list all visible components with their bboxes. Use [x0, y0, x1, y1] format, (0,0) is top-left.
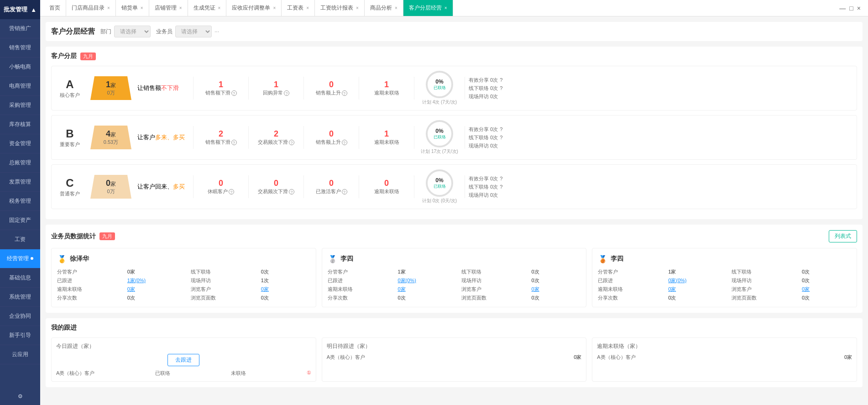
staff-filter: 业务员 请选择 ···: [156, 26, 219, 37]
tier-stat-b-3: 0 销售额上升 ?: [304, 129, 359, 146]
bronze-medal-icon: 🥉: [598, 254, 608, 264]
info-icon[interactable]: ?: [289, 189, 294, 195]
sidebar-item-inventory[interactable]: 库存核算: [0, 115, 40, 134]
followup-col-title-tomorrow: 明日待跟进（家）: [327, 342, 582, 350]
sidebar-item-ledger[interactable]: 总账管理: [0, 153, 40, 173]
tab-close-customer-tier[interactable]: ×: [444, 5, 447, 11]
tier-row-c: C 普通客户 0家 0万 让客户回来、多买 0 休眠客户 ?: [51, 164, 857, 209]
tier-count-c: 0家 0万: [88, 175, 134, 199]
biz-stats-section: 业务员数据统计 九月 列表式 🥇 徐泽华 分管客户0家 线下联络0次 已跟进1家…: [46, 225, 863, 313]
followup-col-title-overdue: 逾期未联络（家）: [597, 342, 852, 350]
sidebar-item-collab[interactable]: 企业协同: [0, 307, 40, 326]
go-follow-button[interactable]: 去跟进: [167, 354, 199, 366]
biz-name-2: 李四: [340, 255, 353, 263]
tab-product-analysis[interactable]: 商品分析 ×: [365, 0, 403, 16]
info-icon[interactable]: ?: [231, 90, 237, 96]
tier-circle-a: 0% 已联络 计划 4次 (7天/次): [414, 71, 465, 105]
page-header: 客户分层经营 部门 请选择 业务员 请选择 ···: [46, 22, 863, 41]
sidebar-item-tax[interactable]: 税务管理: [0, 192, 40, 211]
sidebar-item-marketing[interactable]: 营销推广: [0, 19, 40, 38]
info-icon[interactable]: ?: [231, 140, 237, 145]
sidebar-item-assets[interactable]: 固定资产: [0, 211, 40, 230]
info-icon[interactable]: ?: [289, 140, 294, 145]
staff-select[interactable]: 请选择: [175, 26, 212, 37]
info-icon[interactable]: ?: [342, 189, 347, 195]
sidebar-item-system[interactable]: 系统管理: [0, 288, 40, 307]
biz-card-2: 🥈 李四 分管客户1家 线下联络0次 已跟进0家(0%) 现场拜访0次 逾期未联…: [322, 248, 587, 307]
tier-stat-c-2: 0 交易频次下滑 ?: [249, 179, 303, 195]
info-icon[interactable]: ?: [229, 189, 234, 195]
tab-close-product-analysis[interactable]: ×: [395, 5, 397, 11]
sidebar-item-ecommerce[interactable]: 电商管理: [0, 77, 40, 96]
info-icon[interactable]: ?: [342, 90, 347, 96]
tier-trapezoid-a: 1家 0万: [90, 76, 131, 100]
sidebar-settings[interactable]: ⚙: [0, 388, 40, 405]
tier-stat-a-2: 1 回购异常 ?: [249, 80, 303, 96]
tab-bar-controls: — □ ×: [836, 5, 864, 12]
sidebar-header-label: 批发管理: [4, 5, 27, 14]
gear-icon: ⚙: [18, 393, 23, 400]
tab-customer-tier[interactable]: 客户分层经营 ×: [403, 0, 453, 16]
tier-stat-b-2: 2 交易频次下滑 ?: [249, 129, 303, 146]
followup-section: 我的跟进 今日跟进（家） 去跟进 A类（核心）客户 已联络 未联络 ① 明日待跟…: [46, 318, 863, 387]
followup-col-today: 今日跟进（家） 去跟进 A类（核心）客户 已联络 未联络 ①: [51, 337, 316, 382]
tab-minimize-icon[interactable]: —: [839, 5, 846, 12]
tab-payroll-report[interactable]: 工资统计报表 ×: [315, 0, 365, 16]
tab-close-payroll-report[interactable]: ×: [356, 5, 359, 11]
tab-close-voucher[interactable]: ×: [218, 5, 221, 11]
biz-stats-grid-3: 分管客户1家 线下联络0次 已跟进0家(0%) 现场拜访0次 逾期未联络0家 浏…: [598, 268, 851, 301]
tab-close-sales-order[interactable]: ×: [141, 5, 143, 11]
tier-label-c: C 普通客户: [52, 177, 88, 197]
sidebar-item-finance[interactable]: 资金管理: [0, 134, 40, 153]
tab-sales-order[interactable]: 销货单 ×: [116, 0, 149, 16]
tab-close-ar-ap[interactable]: ×: [273, 5, 276, 11]
info-icon[interactable]: ?: [500, 126, 502, 132]
tab-payroll-sheet[interactable]: 工资表 ×: [282, 0, 315, 16]
sidebar-header[interactable]: 批发管理 ▲: [0, 0, 40, 19]
info-icon[interactable]: ?: [500, 184, 502, 189]
tier-row-b: B 重要客户 4家 0.53万 让客户多来、多买 2 销售额下滑 ?: [51, 115, 857, 160]
sidebar-item-sales[interactable]: 销售管理: [0, 38, 40, 58]
info-icon[interactable]: ?: [500, 176, 502, 181]
sidebar-item-ecommerce-small[interactable]: 小畅电商: [0, 58, 40, 77]
tab-restore-icon[interactable]: □: [849, 5, 853, 12]
dept-select[interactable]: 请选择: [114, 26, 151, 37]
biz-month-badge: 九月: [99, 232, 115, 240]
circle-ring-a: 0% 已联络: [426, 71, 453, 98]
sidebar-item-purchase[interactable]: 采购管理: [0, 96, 40, 115]
sidebar-item-payroll[interactable]: 工资: [0, 230, 40, 249]
info-icon[interactable]: ?: [284, 90, 289, 96]
biz-card-1: 🥇 徐泽华 分管客户0家 线下联络0次 已跟进1家(0%) 现场拜访1次 逾期未…: [51, 248, 316, 307]
active-indicator: [31, 257, 33, 260]
tab-store-manage[interactable]: 店铺管理 ×: [149, 0, 188, 16]
sidebar-item-guide[interactable]: 新手引导: [0, 326, 40, 345]
tab-home[interactable]: 首页: [44, 0, 66, 16]
circle-ring-b: 0% 已联络: [426, 120, 453, 147]
sidebar-item-invoice[interactable]: 发票管理: [0, 173, 40, 192]
silver-medal-icon: 🥈: [328, 254, 338, 264]
biz-stats-grid-2: 分管客户1家 线下联络0次 已跟进0家(0%) 现场拜访0次 逾期未联络0家 浏…: [328, 268, 581, 301]
tab-voucher[interactable]: 生成凭证 ×: [188, 0, 227, 16]
list-view-button[interactable]: 列表式: [829, 230, 857, 242]
info-icon[interactable]: ?: [500, 77, 502, 83]
tier-right-stats-a: 有效分享 0次 ? 线下联络 0次 ? 现场拜访 0次: [465, 77, 857, 100]
tab-close-payroll-sheet[interactable]: ×: [306, 5, 309, 11]
tab-window-close-icon[interactable]: ×: [857, 5, 861, 12]
tab-ar-ap[interactable]: 应收应付调整单 ×: [226, 0, 282, 16]
tab-close-store-manage[interactable]: ×: [179, 5, 182, 11]
tab-store-products[interactable]: 门店商品目录 ×: [66, 0, 116, 16]
sidebar-item-cloud[interactable]: 云应用: [0, 345, 40, 364]
sidebar-item-basic[interactable]: 基础信息: [0, 268, 40, 288]
info-icon[interactable]: ?: [500, 85, 502, 91]
sidebar: 批发管理 ▲ 营销推广 销售管理 小畅电商 电商管理 采购管理 库存核算 资金管…: [0, 0, 40, 405]
tab-close-store-products[interactable]: ×: [107, 5, 110, 11]
biz-card-3: 🥉 李四 分管客户1家 线下联络0次 已跟进0家(0%) 现场拜访0次 逾期未联…: [592, 248, 857, 307]
followup-today-labels: A类（核心）客户 已联络 未联络 ①: [56, 370, 311, 377]
info-icon[interactable]: ?: [500, 135, 502, 140]
sidebar-collapse-icon[interactable]: ▲: [31, 6, 37, 13]
sidebar-item-operations[interactable]: 经营管理: [0, 249, 40, 268]
biz-name-3: 李四: [611, 255, 623, 263]
filter-more-icon[interactable]: ···: [214, 28, 219, 35]
info-icon[interactable]: ?: [342, 140, 347, 145]
tier-slogan-c: 让客户回来、多买: [134, 183, 193, 191]
